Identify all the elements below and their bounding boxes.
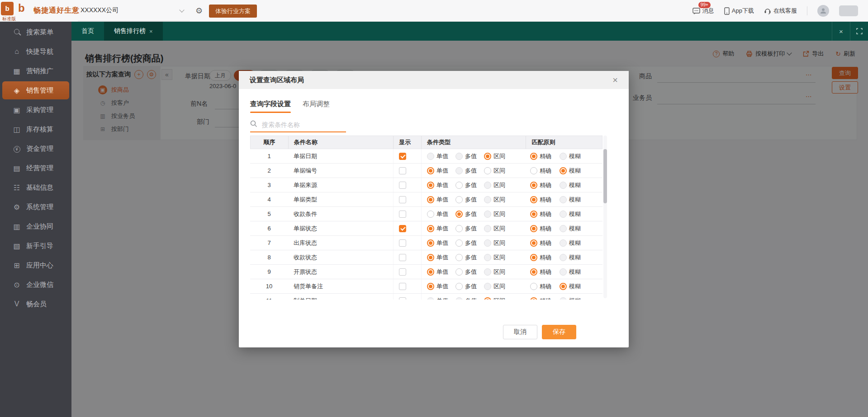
radio-icon[interactable] [484, 211, 491, 218]
radio-option[interactable]: 多值 [455, 297, 477, 300]
radio-option[interactable]: 区间 [484, 282, 505, 290]
radio-icon[interactable] [560, 211, 567, 218]
sidebar-item-operation[interactable]: ▤ 经营管理 [2, 159, 69, 177]
radio-option[interactable]: 多值 [455, 282, 477, 290]
gear-icon[interactable]: ⚙ [195, 6, 203, 16]
radio-option[interactable]: 精确 [530, 152, 551, 160]
radio-icon[interactable] [560, 225, 567, 232]
radio-icon[interactable] [427, 239, 434, 247]
radio-option[interactable]: 精确 [530, 181, 551, 189]
radio-icon[interactable] [530, 225, 537, 232]
radio-option[interactable]: 多值 [455, 268, 477, 276]
show-checkbox[interactable] [399, 254, 406, 261]
sidebar-item-appcenter[interactable]: ⊞ 应用中心 [2, 256, 69, 274]
radio-icon[interactable] [530, 239, 537, 247]
radio-icon[interactable] [455, 225, 463, 232]
sidebar-item-quick-nav[interactable]: ⌂ 快捷导航 [2, 42, 69, 61]
radio-option[interactable]: 单值 [427, 167, 448, 175]
sidebar-item-marketing[interactable]: ▦ 营销推广 [2, 62, 69, 80]
sidebar-item-inventory[interactable]: ◫ 库存核算 [2, 120, 69, 138]
radio-icon[interactable] [560, 196, 567, 203]
radio-icon[interactable] [455, 297, 463, 300]
radio-icon[interactable] [530, 182, 537, 189]
trial-plan-button[interactable]: 体验行业方案 [209, 5, 257, 18]
sidebar-item-member[interactable]: V 畅会员 [2, 295, 69, 313]
radio-option[interactable]: 模糊 [560, 282, 581, 290]
radio-icon[interactable] [455, 153, 463, 160]
tab-layout-adjust[interactable]: 布局调整 [303, 100, 330, 113]
company-select[interactable]: XXXXXX公司 [78, 0, 190, 21]
cancel-button[interactable]: 取消 [503, 325, 537, 339]
radio-icon[interactable] [560, 182, 567, 189]
close-all-tabs-icon[interactable]: × [832, 22, 850, 41]
radio-icon[interactable] [455, 283, 463, 290]
show-checkbox[interactable] [399, 283, 406, 290]
radio-icon[interactable] [484, 254, 491, 261]
radio-option[interactable]: 模糊 [560, 225, 581, 233]
radio-icon[interactable] [484, 196, 491, 203]
radio-icon[interactable] [484, 153, 491, 160]
messages-button[interactable]: 99+ 消息 [693, 7, 714, 15]
sidebar-item-funds[interactable]: ¥ 资金管理 [2, 140, 69, 158]
radio-icon[interactable] [560, 153, 567, 160]
radio-option[interactable]: 单值 [427, 152, 448, 160]
radio-option[interactable]: 精确 [530, 167, 551, 175]
radio-option[interactable]: 区间 [484, 225, 505, 233]
sidebar-item-collab[interactable]: ▥ 企业协同 [2, 217, 69, 235]
radio-icon[interactable] [530, 167, 537, 174]
radio-icon[interactable] [427, 283, 434, 290]
radio-option[interactable]: 单值 [427, 268, 448, 276]
radio-option[interactable]: 精确 [530, 282, 551, 290]
tab-close-icon[interactable]: × [149, 28, 153, 35]
radio-icon[interactable] [484, 225, 491, 232]
show-checkbox[interactable] [399, 239, 406, 247]
show-checkbox[interactable] [399, 297, 406, 300]
radio-icon[interactable] [530, 196, 537, 203]
modal-close-icon[interactable]: × [612, 75, 618, 84]
radio-icon[interactable] [427, 196, 434, 203]
radio-option[interactable]: 区间 [484, 181, 505, 189]
tab-query-field-settings[interactable]: 查询字段设置 [250, 100, 291, 113]
radio-option[interactable]: 区间 [484, 196, 505, 204]
radio-option[interactable]: 精确 [530, 196, 551, 204]
sidebar-item-sales[interactable]: ◈ 销售管理 [2, 81, 69, 99]
radio-option[interactable]: 精确 [530, 297, 551, 300]
show-checkbox[interactable] [399, 268, 406, 276]
radio-option[interactable]: 多值 [455, 152, 477, 160]
sidebar-item-purchase[interactable]: ▣ 采购管理 [2, 101, 69, 119]
table-scrollbar[interactable] [603, 136, 607, 298]
sidebar-item-guide[interactable]: ▧ 新手引导 [2, 237, 69, 255]
radio-icon[interactable] [484, 268, 491, 276]
radio-option[interactable]: 模糊 [560, 239, 581, 247]
radio-icon[interactable] [427, 182, 434, 189]
user-avatar[interactable] [817, 5, 829, 17]
radio-icon[interactable] [427, 268, 434, 276]
radio-option[interactable]: 单值 [427, 210, 448, 218]
radio-option[interactable]: 单值 [427, 196, 448, 204]
radio-option[interactable]: 单值 [427, 225, 448, 233]
sidebar-item-basic[interactable]: ☷ 基础信息 [2, 178, 69, 197]
radio-icon[interactable] [427, 211, 434, 218]
radio-icon[interactable] [484, 167, 491, 174]
online-service-button[interactable]: 在线客服 [764, 7, 797, 15]
show-checkbox[interactable] [399, 225, 406, 232]
tab-sales-ranking[interactable]: 销售排行榜 × [104, 22, 163, 41]
radio-icon[interactable] [530, 297, 537, 300]
show-checkbox[interactable] [399, 196, 406, 203]
sidebar-item-system[interactable]: ⚙ 系统管理 [2, 198, 69, 216]
radio-icon[interactable] [455, 167, 463, 174]
radio-option[interactable]: 模糊 [560, 196, 581, 204]
radio-icon[interactable] [455, 182, 463, 189]
radio-option[interactable]: 精确 [530, 210, 551, 218]
radio-option[interactable]: 多值 [455, 196, 477, 204]
radio-option[interactable]: 模糊 [560, 253, 581, 262]
radio-icon[interactable] [560, 297, 567, 300]
show-checkbox[interactable] [399, 182, 406, 189]
radio-option[interactable]: 单值 [427, 181, 448, 189]
radio-icon[interactable] [427, 254, 434, 261]
sidebar-item-wecom[interactable]: ⊙ 企业微信 [2, 276, 69, 294]
radio-option[interactable]: 单值 [427, 239, 448, 247]
radio-icon[interactable] [455, 268, 463, 276]
radio-option[interactable]: 区间 [484, 268, 505, 276]
radio-icon[interactable] [560, 239, 567, 247]
